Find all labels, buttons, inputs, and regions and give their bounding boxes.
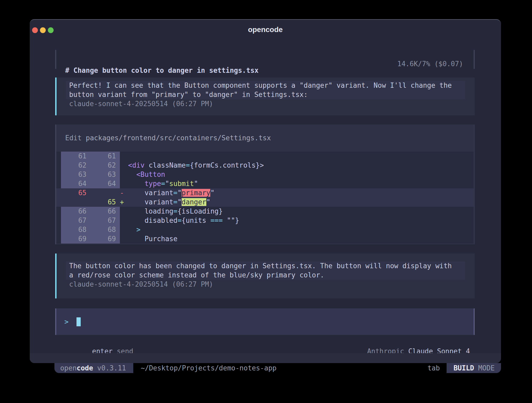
- diff-row: 6464 type="submit": [56, 179, 474, 188]
- diff-gutter: 6262: [61, 161, 120, 170]
- edit-file-path: packages/frontend/src/containers/Setting…: [86, 134, 271, 142]
- new-line-number: 62: [90, 161, 120, 170]
- window-title: opencode: [30, 25, 501, 34]
- app-version: v0.3.11: [93, 364, 126, 372]
- message-meta: claude-sonnet-4-20250514 (06:27 PM): [69, 280, 475, 289]
- cwd-path: ~/Desktop/Projects/demo-notes-app: [141, 364, 277, 372]
- token-usage: 14.6K/7% ($0.07): [397, 59, 463, 69]
- diff-gutter: 6969: [61, 234, 120, 244]
- code-line: <div className={formCs.controls}>: [120, 161, 474, 170]
- assistant-message: Perfect! I can see that the Button compo…: [55, 78, 475, 115]
- old-line-number: 65: [61, 188, 90, 198]
- old-line-number: 64: [61, 179, 90, 188]
- edit-action-label: Edit: [65, 134, 86, 142]
- app-version-chip: opencode v0.3.11: [54, 363, 133, 373]
- new-line-number: 69: [90, 234, 120, 244]
- old-line-number: 62: [61, 161, 90, 170]
- diff-gutter: 6363: [61, 170, 120, 179]
- old-line-number: 63: [61, 170, 90, 179]
- message-text: The button color has been changed to dan…: [66, 261, 465, 280]
- text-cursor: [76, 317, 81, 326]
- diff-row: 65+ variant="danger": [56, 198, 474, 207]
- mode-name: BUILD: [453, 364, 474, 372]
- old-line-number: 68: [61, 225, 90, 234]
- message-line: Perfect! I can see that the Button compo…: [69, 81, 462, 90]
- new-line-number: [90, 188, 120, 198]
- status-bar: opencode v0.3.11~/Desktop/Projects/demo-…: [30, 353, 501, 363]
- code-line: [120, 152, 474, 161]
- diff-gutter: 6666: [61, 207, 120, 216]
- prompt-symbol: >: [64, 318, 73, 326]
- code-line: type="submit": [120, 179, 474, 188]
- app-name-code: code: [77, 364, 93, 372]
- message-line: a red/rose color scheme instead of the b…: [69, 271, 462, 280]
- diff-gutter: 65: [61, 198, 120, 207]
- message-meta: claude-sonnet-4-20250514 (06:27 PM): [69, 99, 475, 109]
- diff-row: 6262 <div className={formCs.controls}>: [56, 161, 474, 170]
- old-line-number: 69: [61, 234, 90, 244]
- hint-bar: enter send Anthropic Claude Sonnet 4: [55, 338, 475, 347]
- diff-row: 6969 Purchase: [56, 234, 474, 244]
- diff-gutter: 6868: [61, 225, 120, 234]
- edit-tool-card: Edit packages/frontend/src/containers/Se…: [55, 125, 475, 244]
- diff-row: 65- variant="primary": [56, 188, 474, 198]
- diff-gutter: 6161: [61, 152, 120, 161]
- new-line-number: 66: [90, 207, 120, 216]
- message-line: button variant from "primary" to "danger…: [69, 90, 462, 99]
- old-line-number: 66: [61, 207, 90, 216]
- screen: opencode # Change button color to danger…: [0, 0, 532, 403]
- diff-row: 6666 loading={isLoading}: [56, 207, 474, 216]
- diff-gutter: 6464: [61, 179, 120, 188]
- new-line-number: 67: [90, 216, 120, 225]
- code-line: disabled={units === ""}: [120, 216, 474, 225]
- assistant-message: The button color has been changed to dan…: [55, 254, 475, 298]
- diff-row: 6868 >: [56, 225, 474, 234]
- opencode-window: opencode # Change button color to danger…: [30, 19, 501, 363]
- code-line: + variant="danger": [120, 198, 474, 207]
- tab-key-hint: tab: [427, 364, 447, 372]
- diff-gutter: 6767: [61, 216, 120, 225]
- new-line-number: 64: [90, 179, 120, 188]
- old-line-number: 67: [61, 216, 90, 225]
- code-line: loading={isLoading}: [120, 207, 474, 216]
- edit-tool-header: Edit packages/frontend/src/containers/Se…: [56, 125, 474, 152]
- new-line-number: 63: [90, 170, 120, 179]
- prompt-input[interactable]: >: [55, 308, 475, 335]
- new-line-number: 61: [90, 152, 120, 161]
- message-text: Perfect! I can see that the Button compo…: [66, 81, 465, 99]
- diff-table: 61616262 <div className={formCs.controls…: [56, 152, 474, 244]
- title-bar: opencode: [30, 20, 501, 36]
- code-line: - variant="primary": [120, 188, 474, 198]
- code-line: Purchase: [120, 234, 474, 244]
- diff-gutter: 65: [61, 188, 120, 198]
- new-line-number: 65: [90, 198, 120, 207]
- new-line-number: 68: [90, 225, 120, 234]
- code-line: <Button: [120, 170, 474, 179]
- old-line-number: 61: [61, 152, 90, 161]
- session-header: # Change button color to danger in setti…: [55, 50, 475, 69]
- build-mode-chip[interactable]: BUILD MODE: [447, 363, 501, 373]
- code-line: >: [120, 225, 474, 234]
- diff-row: 6767 disabled={units === ""}: [56, 216, 474, 225]
- app-name-open: open: [60, 364, 77, 372]
- diff-row: 6161: [56, 152, 474, 161]
- old-line-number: [61, 198, 90, 207]
- diff-row: 6363 <Button: [56, 170, 474, 179]
- mode-suffix: MODE: [474, 364, 495, 372]
- message-line: The button color has been changed to dan…: [69, 261, 462, 271]
